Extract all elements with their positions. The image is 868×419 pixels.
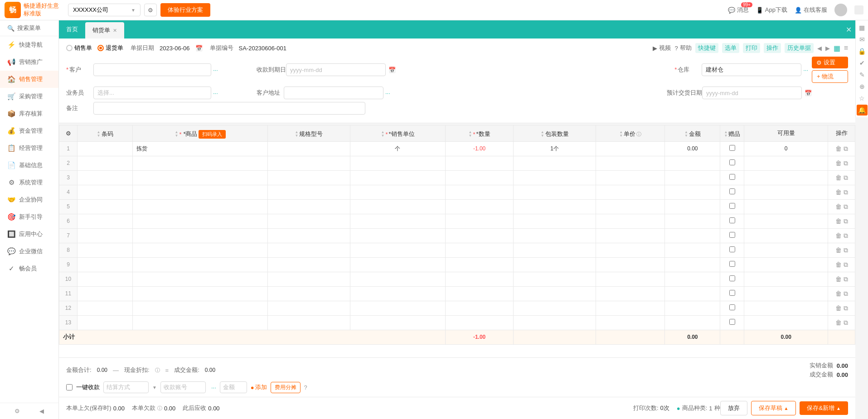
row-pkg-qty[interactable] — [514, 199, 596, 214]
row-price[interactable] — [596, 315, 665, 330]
row-amount[interactable] — [665, 214, 720, 228]
row-pkg-qty[interactable]: 1个 — [514, 141, 596, 156]
row-amount[interactable] — [665, 199, 720, 214]
sidebar-item-member[interactable]: ✓ 畅会员 — [0, 260, 58, 277]
scan-button[interactable]: 扫码录入 — [199, 130, 226, 139]
add-payment-button[interactable]: ● 添加 — [251, 383, 267, 391]
delete-row-icon[interactable]: 🗑 — [835, 261, 842, 269]
row-product[interactable] — [133, 272, 268, 286]
row-product[interactable] — [133, 170, 268, 185]
row-pkg-qty[interactable] — [514, 286, 596, 301]
logistics-button[interactable]: + 物流 — [812, 70, 848, 83]
row-quantity[interactable] — [446, 257, 514, 272]
delete-row-icon[interactable]: 🗑 — [835, 290, 842, 298]
sidebar-item-enterprise[interactable]: 🤝 企业协同 — [0, 191, 58, 208]
spec-sort-icon[interactable]: ▲▼ — [295, 130, 298, 138]
row-spec[interactable] — [267, 185, 350, 199]
copy-row-icon[interactable]: ⧉ — [844, 232, 848, 240]
tab-close-icon[interactable]: ✕ — [113, 28, 117, 34]
row-spec[interactable] — [267, 286, 350, 301]
row-gift[interactable] — [720, 286, 744, 301]
row-barcode[interactable] — [78, 315, 133, 330]
unit-sort-icon[interactable]: ▲▼ — [381, 130, 384, 138]
row-quantity[interactable] — [446, 301, 514, 315]
sidebar-item-purchase[interactable]: 🛒 采购管理 — [0, 88, 58, 105]
tab-sales-order[interactable]: 销货单 ✕ — [85, 22, 124, 39]
amount-sort-icon[interactable]: ▲▼ — [684, 130, 688, 138]
row-gift[interactable] — [720, 170, 744, 185]
row-pkg-qty[interactable] — [514, 243, 596, 257]
expense-help-icon[interactable]: ? — [304, 384, 307, 391]
row-unit[interactable] — [350, 214, 445, 228]
row-price[interactable] — [596, 156, 665, 170]
row-spec[interactable] — [267, 301, 350, 315]
radio-sales[interactable]: 销售单 — [66, 44, 92, 52]
row-price[interactable] — [596, 272, 665, 286]
due-help-icon[interactable]: ⓘ — [157, 405, 162, 412]
row-spec[interactable] — [267, 315, 350, 330]
row-unit[interactable] — [350, 257, 445, 272]
print-btn[interactable]: 打印 — [743, 43, 760, 53]
account-more-icon[interactable]: ··· — [211, 384, 216, 391]
setting-button[interactable]: ⚙ 设置 — [812, 57, 848, 68]
row-quantity[interactable] — [446, 199, 514, 214]
delete-row-icon[interactable]: 🗑 — [835, 304, 842, 312]
list-view-icon[interactable]: ≡ — [844, 44, 848, 52]
row-gift[interactable] — [720, 185, 744, 199]
one-click-checkbox[interactable] — [66, 384, 73, 390]
copy-row-icon[interactable]: ⧉ — [844, 217, 848, 225]
sidebar-item-finance[interactable]: 💰 资金管理 — [0, 122, 58, 140]
row-gift[interactable] — [720, 257, 744, 272]
grid-view-icon[interactable]: ▦ — [834, 44, 840, 53]
row-pkg-qty[interactable] — [514, 185, 596, 199]
copy-row-icon[interactable]: ⧉ — [844, 275, 848, 283]
due-date-input[interactable]: yyyy-mm-dd — [286, 63, 386, 76]
row-barcode[interactable] — [78, 243, 133, 257]
copy-row-icon[interactable]: ⧉ — [844, 188, 848, 196]
row-unit[interactable] — [350, 286, 445, 301]
row-product[interactable] — [133, 228, 268, 243]
calc-method-input[interactable]: 结算方式 — [103, 381, 149, 393]
th-settings[interactable]: ⚙ — [59, 125, 78, 142]
row-spec[interactable] — [267, 228, 350, 243]
salesperson-input[interactable]: 选择... — [93, 87, 211, 99]
row-price[interactable] — [596, 170, 665, 185]
row-quantity[interactable] — [446, 228, 514, 243]
delete-row-icon[interactable]: 🗑 — [835, 217, 842, 225]
row-barcode[interactable] — [78, 156, 133, 170]
notes-input[interactable] — [93, 102, 365, 115]
table-settings-icon[interactable]: ⚙ — [66, 130, 71, 137]
product-sort-icon[interactable]: ▲▼ — [175, 130, 178, 138]
row-quantity[interactable] — [446, 243, 514, 257]
row-pkg-qty[interactable] — [514, 301, 596, 315]
right-icon-add[interactable]: ⊕ — [857, 81, 868, 92]
row-spec[interactable] — [267, 214, 350, 228]
row-product[interactable] — [133, 315, 268, 330]
user-avatar[interactable] — [834, 4, 847, 16]
row-barcode[interactable] — [78, 257, 133, 272]
row-amount[interactable] — [665, 243, 720, 257]
row-quantity[interactable] — [446, 156, 514, 170]
right-icon-bell[interactable]: 🔔 — [857, 105, 868, 116]
message-button[interactable]: 💬 消息 99+ — [728, 6, 749, 14]
copy-row-icon[interactable]: ⧉ — [844, 261, 848, 269]
price-help-icon[interactable]: ⓘ — [636, 131, 641, 138]
row-pkg-qty[interactable] — [514, 257, 596, 272]
chevron-calc-icon[interactable]: ▼ — [152, 385, 157, 390]
row-amount[interactable]: 0.00 — [665, 141, 720, 156]
settings-button[interactable]: ⚙ — [144, 4, 157, 16]
row-quantity[interactable] — [446, 214, 514, 228]
row-product[interactable] — [133, 214, 268, 228]
row-unit[interactable] — [350, 199, 445, 214]
addr-more-icon[interactable]: ··· — [385, 90, 390, 96]
customer-more-icon[interactable]: ··· — [213, 67, 218, 73]
row-quantity[interactable] — [446, 170, 514, 185]
sidebar-collapse-icon[interactable]: ◀ — [39, 408, 44, 414]
search-menu[interactable]: 🔍 搜索菜单 — [0, 20, 58, 36]
calendar-icon[interactable]: 📅 — [195, 45, 203, 52]
row-pkg-qty[interactable] — [514, 214, 596, 228]
row-spec[interactable] — [267, 257, 350, 272]
sidebar-item-operations[interactable]: 📋 经营管理 — [0, 140, 58, 157]
nav-prev-icon[interactable]: ◀ — [817, 45, 822, 52]
customer-input[interactable] — [93, 63, 211, 76]
